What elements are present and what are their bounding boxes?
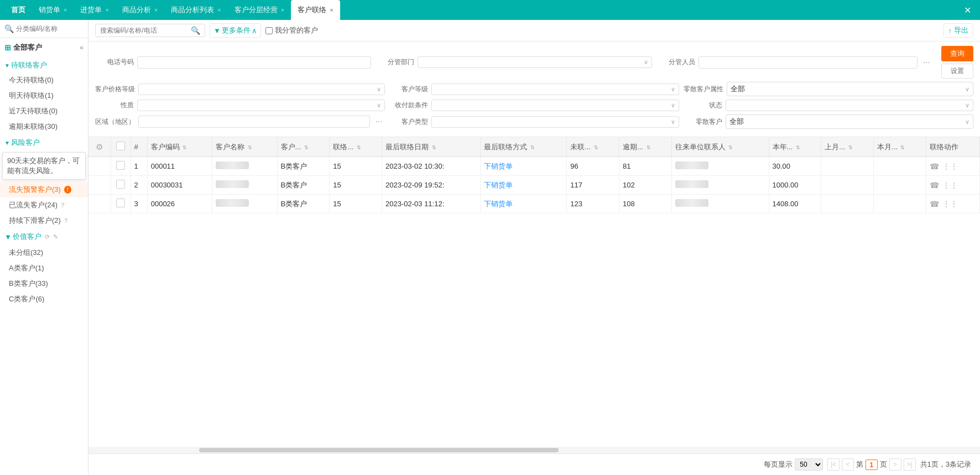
manager-more-icon[interactable]: ··· xyxy=(921,58,932,67)
action-more-icon[interactable]: ⋮⋮ xyxy=(942,181,958,190)
tab-home[interactable]: 首页 xyxy=(4,0,32,20)
sidebar-value-section[interactable]: ▼ 价值客户 ⟳ ✎ xyxy=(0,228,88,245)
row-checkbox-cell[interactable] xyxy=(111,176,131,195)
sidebar-item-churned[interactable]: 已流失客户(24) ? xyxy=(0,197,88,213)
window-close-button[interactable]: ✕ xyxy=(960,5,976,15)
sidebar-item-class-a[interactable]: A类客户(1) xyxy=(0,260,88,276)
next-page-button[interactable]: > xyxy=(889,458,901,471)
status-select[interactable]: ∨ xyxy=(726,100,973,111)
sidebar-item-7days-pending[interactable]: 近7天待联络(0) xyxy=(0,103,88,119)
close-product-list-tab-icon[interactable]: × xyxy=(217,7,221,13)
table-overdue-header[interactable]: 逾期... ⇅ xyxy=(619,137,672,157)
row-checkbox-cell[interactable] xyxy=(111,157,131,176)
table-code-header[interactable]: 客户编码 ⇅ xyxy=(147,137,212,157)
tab-customer-segment[interactable]: 客户分层经营 × xyxy=(228,0,291,20)
sidebar-item-today-pending[interactable]: 今天待联络(0) xyxy=(0,72,88,88)
manager-input[interactable] xyxy=(698,56,918,69)
tab-sales[interactable]: 销货单 × xyxy=(32,0,74,20)
table-last-month-header[interactable]: 上月... ⇅ xyxy=(821,137,874,157)
table-name-header[interactable]: 客户名称 ⇅ xyxy=(212,137,277,157)
top-tab-bar: 首页 销货单 × 进货单 × 商品分析 × 商品分析列表 × 客户分层经营 × … xyxy=(0,0,980,20)
dept-select[interactable]: ∨ xyxy=(418,56,651,68)
search-input[interactable] xyxy=(100,27,189,34)
close-purchase-tab-icon[interactable]: × xyxy=(105,7,108,13)
close-customer-contact-tab-icon[interactable]: × xyxy=(330,7,333,13)
row-checkbox[interactable] xyxy=(116,161,125,170)
row-last-method-cell[interactable]: 下销货单 xyxy=(481,195,567,213)
phone-input[interactable] xyxy=(137,56,371,69)
page-size-selector: 每页显示 50 20 100 xyxy=(764,458,823,471)
tab-product-list[interactable]: 商品分析列表 × xyxy=(164,0,227,20)
settings-button[interactable]: 设置 xyxy=(941,64,973,79)
close-product-analysis-tab-icon[interactable]: × xyxy=(154,7,158,13)
close-customer-segment-tab-icon[interactable]: × xyxy=(281,7,284,13)
table-checkbox-header[interactable] xyxy=(111,137,131,157)
scrollbar-thumb[interactable] xyxy=(199,448,559,452)
action-more-icon[interactable]: ⋮⋮ xyxy=(942,200,958,208)
export-button[interactable]: ↑ 导出 xyxy=(943,23,974,38)
price-level-select[interactable]: ∨ xyxy=(138,83,385,95)
horizontal-scrollbar[interactable] xyxy=(88,447,980,453)
tab-purchase[interactable]: 进货单 × xyxy=(74,0,115,20)
data-table-area: ⚙ # 客户编码 ⇅ 客户名称 ⇅ 客户... ⇅ xyxy=(88,137,980,447)
more-conditions-button[interactable]: ▼ 更多条件 ∧ xyxy=(210,23,261,38)
table-contact-header[interactable]: 联络... ⇅ xyxy=(330,137,382,157)
sidebar-search-input[interactable] xyxy=(16,25,88,33)
sidebar-item-declining[interactable]: 持续下滑客户(2) ? xyxy=(0,213,88,228)
table-not-contacted-header[interactable]: 未联... ⇅ xyxy=(567,137,619,157)
action-contact-icon[interactable]: ☎ xyxy=(930,181,939,190)
sidebar-item-tomorrow-pending[interactable]: 明天待联络(1) xyxy=(0,88,88,103)
last-method-link[interactable]: 下销货单 xyxy=(484,162,513,170)
row-overdue-cell: 81 xyxy=(619,157,672,176)
table-last-method-header[interactable]: 最后联络方式 ⇅ xyxy=(481,137,567,157)
last-method-link[interactable]: 下销货单 xyxy=(484,181,513,189)
zero-attr-select[interactable]: 全部 ∨ xyxy=(727,82,973,96)
table-type-header[interactable]: 客户... ⇅ xyxy=(277,137,330,157)
sidebar-all-customers[interactable]: ⊞ 全部客户 « xyxy=(0,38,88,57)
table-unit-contact-header[interactable]: 往来单位联系人 ⇅ xyxy=(671,137,769,157)
select-all-checkbox[interactable] xyxy=(116,142,125,150)
tab-customer-contact[interactable]: 客户联络 × xyxy=(291,0,340,20)
query-button[interactable]: 查询 xyxy=(941,46,973,61)
table-settings-header[interactable]: ⚙ xyxy=(88,137,111,157)
sidebar-risk-section[interactable]: ▼ 风险客户 xyxy=(0,134,88,150)
sidebar-item-overdue-pending[interactable]: 逾期未联络(30) xyxy=(0,119,88,134)
customer-level-select[interactable]: ∨ xyxy=(431,83,679,95)
row-checkbox-cell[interactable] xyxy=(111,195,131,213)
page-size-select[interactable]: 50 20 100 xyxy=(795,458,823,471)
row-name-cell xyxy=(212,176,277,195)
sidebar-item-class-c[interactable]: C类客户(6) xyxy=(0,291,88,307)
customer-type-select[interactable]: ∨ xyxy=(431,116,679,128)
table-this-year-header[interactable]: 本年... ⇅ xyxy=(769,137,821,157)
close-sales-tab-icon[interactable]: × xyxy=(64,7,67,13)
my-customers-checkbox-label[interactable]: 我分管的客户 xyxy=(265,25,318,35)
row-not-contacted-cell: 123 xyxy=(567,195,619,213)
filter-cell-manager: 分管人员 ··· xyxy=(656,56,932,69)
action-more-icon[interactable]: ⋮⋮ xyxy=(942,162,958,171)
zero-customer-select[interactable]: 全部 ∨ xyxy=(726,114,973,129)
row-checkbox[interactable] xyxy=(116,180,125,189)
search-button[interactable]: 🔍 xyxy=(191,26,200,35)
my-customers-checkbox[interactable] xyxy=(265,27,273,34)
gender-select[interactable]: ∨ xyxy=(137,100,385,111)
region-input[interactable] xyxy=(138,116,370,128)
sidebar-item-class-b[interactable]: B类客户(33) xyxy=(0,276,88,291)
prev-page-button[interactable]: < xyxy=(842,458,854,471)
row-last-method-cell[interactable]: 下销货单 xyxy=(481,176,567,195)
row-checkbox[interactable] xyxy=(116,199,125,207)
last-page-button[interactable]: >| xyxy=(904,458,916,471)
payment-select[interactable]: ∨ xyxy=(431,100,679,111)
row-last-method-cell[interactable]: 下销货单 xyxy=(481,157,567,176)
status-chevron-icon: ∨ xyxy=(965,102,969,109)
sidebar-item-ungrouped[interactable]: 未分组(32) xyxy=(0,245,88,260)
first-page-button[interactable]: |< xyxy=(827,458,840,471)
table-this-month-header[interactable]: 本月... ⇅ xyxy=(874,137,926,157)
table-last-date-header[interactable]: 最后联络日期 ⇅ xyxy=(382,137,481,157)
action-contact-icon[interactable]: ☎ xyxy=(930,162,939,171)
action-contact-icon[interactable]: ☎ xyxy=(930,200,939,208)
sidebar-item-churn-warning[interactable]: 流失预警客户(3) ! xyxy=(0,182,88,197)
last-method-link[interactable]: 下销货单 xyxy=(484,200,513,208)
tab-product-analysis[interactable]: 商品分析 × xyxy=(116,0,164,20)
sidebar-pending-section[interactable]: ▼ 待联络客户 xyxy=(0,57,88,72)
region-more-icon[interactable]: ··· xyxy=(373,117,385,127)
